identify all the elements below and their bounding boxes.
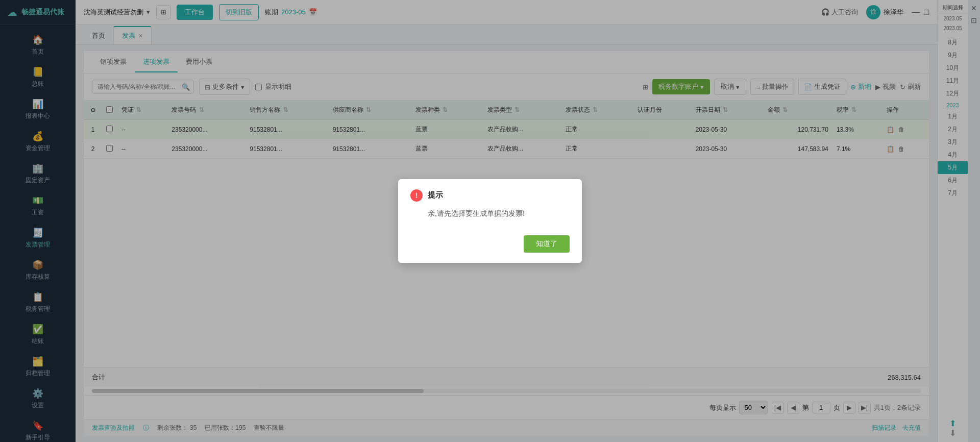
modal-dialog: ! 提示 亲,请先选择要生成单据的发票! 知道了 bbox=[398, 179, 582, 263]
modal-overlay: ! 提示 亲,请先选择要生成单据的发票! 知道了 bbox=[0, 0, 980, 442]
modal-footer: 知道了 bbox=[398, 229, 582, 263]
modal-body: 亲,请先选择要生成单据的发票! bbox=[398, 208, 582, 229]
modal-message: 亲,请先选择要生成单据的发票! bbox=[428, 209, 525, 217]
modal-title: 提示 bbox=[428, 190, 443, 200]
modal-warning-icon: ! bbox=[410, 189, 423, 202]
modal-header: ! 提示 bbox=[398, 179, 582, 208]
modal-confirm-button[interactable]: 知道了 bbox=[524, 235, 570, 253]
